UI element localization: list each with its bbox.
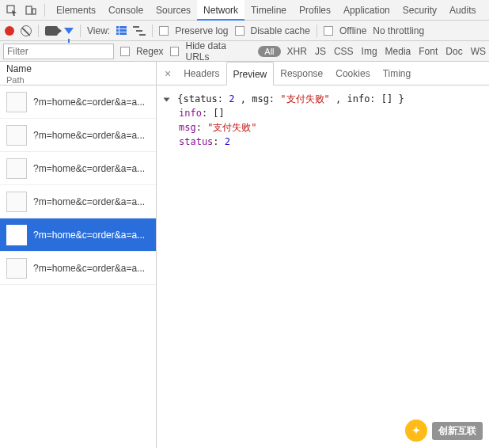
record-button[interactable] — [5, 26, 14, 36]
hide-data-urls-checkbox[interactable] — [170, 47, 180, 56]
column-name: Name — [6, 63, 150, 74]
filter-type-doc[interactable]: Doc — [445, 46, 462, 57]
disable-cache-checkbox[interactable] — [235, 26, 244, 36]
expand-triangle-icon[interactable] — [164, 97, 170, 101]
network-toolbar: View: Preserve log Disable cache Offline… — [0, 21, 489, 41]
request-thumb-icon — [6, 192, 27, 212]
separator — [44, 4, 45, 17]
top-tab-profiles[interactable]: Profiles — [293, 0, 337, 21]
device-toolbar-icon[interactable] — [22, 2, 40, 19]
hide-data-urls-label: Hide data URLs — [185, 40, 252, 63]
top-tab-console[interactable]: Console — [102, 0, 150, 21]
request-thumb-icon — [6, 258, 27, 279]
response-panel: × HeadersPreviewResponseCookiesTiming {s… — [157, 62, 489, 448]
top-tab-security[interactable]: Security — [396, 0, 443, 21]
request-list-header[interactable]: Name Path — [0, 62, 156, 85]
disable-cache-label: Disable cache — [251, 25, 310, 36]
network-split: Name Path ?m=home&c=order&a=a...?m=home&… — [0, 62, 489, 448]
devtools-top-bar: ElementsConsoleSourcesNetworkTimelinePro… — [0, 0, 489, 21]
request-row[interactable]: ?m=home&c=order&a=a... — [0, 185, 156, 218]
clear-button[interactable] — [21, 25, 32, 36]
preview-key: info — [179, 108, 202, 119]
regex-checkbox[interactable] — [120, 47, 130, 56]
preserve-log-label: Preserve log — [175, 25, 228, 36]
view-list-button[interactable] — [116, 26, 127, 35]
response-tab-response[interactable]: Response — [274, 62, 329, 85]
top-tab-timeline[interactable]: Timeline — [244, 0, 293, 21]
view-label: View: — [87, 25, 110, 36]
close-icon[interactable]: × — [160, 67, 176, 80]
filter-type-ws[interactable]: WS — [471, 46, 486, 57]
request-row[interactable]: ?m=home&c=order&a=a... — [0, 152, 156, 185]
summary-status: 2 — [229, 93, 234, 104]
preview-expanded: info: []msg: "支付失败"status: 2 — [165, 106, 481, 149]
svg-rect-2 — [32, 9, 36, 14]
filter-type-css[interactable]: CSS — [334, 46, 354, 57]
filter-type-font[interactable]: Font — [419, 46, 438, 57]
separator — [152, 25, 153, 37]
preview-value: [] — [213, 108, 224, 119]
request-label: ?m=home&c=order&a=a... — [33, 97, 150, 108]
request-label: ?m=home&c=order&a=a... — [33, 263, 150, 274]
top-tab-audits[interactable]: Audits — [443, 0, 482, 21]
filter-type-js[interactable]: JS — [315, 46, 326, 57]
view-waterfall-button[interactable] — [133, 26, 146, 36]
response-tab-cookies[interactable]: Cookies — [329, 62, 376, 85]
preview-summary[interactable]: {status: 2 , msg: "支付失败" , info: [] } — [165, 92, 481, 106]
request-row[interactable]: ?m=home&c=order&a=a... — [0, 252, 156, 285]
filter-input[interactable] — [3, 44, 114, 59]
request-row[interactable]: ?m=home&c=order&a=a... — [0, 85, 156, 119]
preserve-log-checkbox[interactable] — [159, 26, 169, 36]
preview-value: 2 — [225, 136, 230, 147]
list-icon — [116, 26, 127, 35]
response-tab-headers[interactable]: Headers — [177, 62, 226, 85]
separator — [80, 25, 81, 37]
funnel-icon — [64, 28, 74, 34]
waterfall-icon — [133, 26, 146, 36]
top-tab-network[interactable]: Network — [197, 0, 244, 21]
top-tab-sources[interactable]: Sources — [150, 0, 197, 21]
camera-icon — [45, 26, 58, 36]
filter-type-media[interactable]: Media — [385, 46, 411, 57]
svg-rect-1 — [26, 6, 32, 14]
filter-toggle-button[interactable] — [64, 28, 74, 34]
request-label: ?m=home&c=order&a=a... — [33, 163, 150, 174]
preview-line: status: 2 — [179, 135, 481, 149]
response-tabs: × HeadersPreviewResponseCookiesTiming — [157, 62, 489, 85]
preview-line: msg: "支付失败" — [179, 120, 481, 135]
request-list: ?m=home&c=order&a=a...?m=home&c=order&a=… — [0, 85, 156, 448]
filter-type-all[interactable]: All — [258, 46, 280, 57]
response-tab-timing[interactable]: Timing — [377, 62, 418, 85]
summary-text: {status: — [177, 93, 223, 104]
offline-label: Offline — [339, 25, 366, 36]
inspect-element-icon[interactable] — [3, 2, 21, 19]
summary-msg: "支付失败" — [280, 93, 329, 104]
throttling-select[interactable]: No throttling — [373, 25, 424, 36]
request-list-panel: Name Path ?m=home&c=order&a=a...?m=home&… — [0, 62, 157, 448]
top-tab-application[interactable]: Application — [337, 0, 396, 21]
response-tab-preview[interactable]: Preview — [226, 62, 275, 85]
filter-type-img[interactable]: Img — [362, 46, 377, 57]
capture-screenshots-button[interactable] — [45, 26, 58, 36]
preview-value: "支付失败" — [207, 122, 256, 133]
filter-type-xhr[interactable]: XHR — [287, 46, 307, 57]
preview-line: info: [] — [179, 106, 481, 120]
preview-key: status — [179, 136, 213, 147]
top-tab-elements[interactable]: Elements — [50, 0, 102, 21]
request-label: ?m=home&c=order&a=a... — [33, 196, 150, 207]
separator — [317, 25, 317, 37]
offline-checkbox[interactable] — [324, 26, 333, 36]
request-row[interactable]: ?m=home&c=order&a=a... — [0, 218, 156, 252]
summary-text: } — [399, 93, 404, 104]
request-label: ?m=home&c=order&a=a... — [33, 130, 150, 141]
column-path: Path — [6, 74, 150, 85]
record-icon — [5, 26, 14, 36]
watermark-icon: ✦ — [405, 420, 427, 442]
request-thumb-icon — [6, 92, 27, 112]
top-tabs: ElementsConsoleSourcesNetworkTimelinePro… — [50, 0, 482, 21]
regex-label: Regex — [136, 46, 164, 57]
request-row[interactable]: ?m=home&c=order&a=a... — [0, 119, 156, 152]
preview-content: {status: 2 , msg: "支付失败" , info: [] } in… — [157, 85, 489, 155]
request-thumb-icon — [6, 225, 27, 245]
watermark: ✦ 创新互联 — [405, 420, 483, 442]
